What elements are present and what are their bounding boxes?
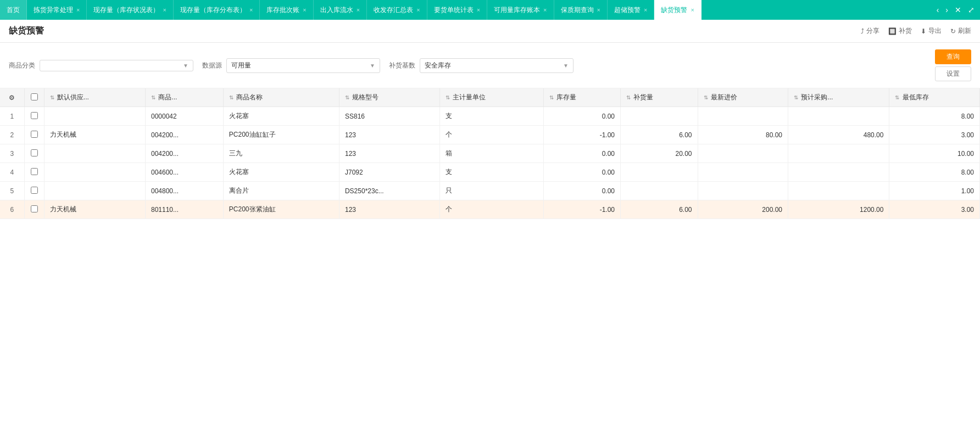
min-stock-cell: 10.00 (889, 144, 980, 163)
nav-tab-label: 现存量（库存分布表） (180, 5, 246, 15)
nav-next-button[interactable]: › (942, 5, 951, 14)
datasource-filter-group: 数据源 可用量 ▼ (202, 58, 380, 73)
nav-tab-close-btn[interactable]: × (543, 7, 547, 13)
nav-tab-label: 保质期查询 (561, 5, 594, 15)
replenish-base-chevron-icon: ▼ (563, 63, 569, 69)
replenish-button[interactable]: 🔲 补货 (888, 26, 912, 36)
est-purchase-cell (788, 107, 889, 126)
share-button[interactable]: ⤴ 分享 (861, 26, 879, 36)
row-checkbox[interactable] (31, 187, 38, 194)
stock-cell: -1.00 (543, 200, 620, 219)
nav-tab-6[interactable]: 收发存汇总表× (367, 0, 427, 20)
refresh-button[interactable]: ↻ 刷新 (950, 26, 971, 36)
export-button[interactable]: ⬇ 导出 (921, 26, 942, 36)
nav-tab-7[interactable]: 要货单统计表× (427, 0, 487, 20)
nav-tab-1[interactable]: 拣货异常处理× (27, 0, 87, 20)
row-number: 6 (10, 206, 14, 214)
replenish-base-select-value: 安全库存 (425, 61, 451, 70)
nav-tab-4[interactable]: 库存批次账× (260, 0, 313, 20)
nav-tab-close-btn[interactable]: × (477, 7, 480, 13)
table-row: 5 004800... 离合片 DS250*23c... 只 0.00 1.00 (0, 182, 980, 200)
checkbox-column-header[interactable] (24, 88, 44, 107)
nav-prev-button[interactable]: ‹ (933, 5, 943, 14)
nav-tab-close-btn[interactable]: × (357, 7, 360, 13)
row-checkbox[interactable] (31, 149, 38, 156)
nav-tab-0[interactable]: 首页 (0, 0, 27, 20)
row-checkbox-cell[interactable] (24, 200, 44, 219)
row-num-cell: 4 (0, 163, 24, 182)
category-filter-group: 商品分类 ▼ (9, 60, 193, 71)
datasource-select[interactable]: 可用量 ▼ (226, 58, 380, 73)
select-all-checkbox[interactable] (31, 93, 38, 100)
latest-price-cell (698, 182, 788, 200)
nav-tab-3[interactable]: 现存量（库存分布表）× (174, 0, 260, 20)
filter-row: 商品分类 ▼ 数据源 可用量 ▼ 补货基数 安全库存 ▼ 查询 设置 (0, 43, 980, 88)
nav-tab-close-btn[interactable]: × (416, 7, 420, 13)
nav-tab-5[interactable]: 出入库流水× (314, 0, 367, 20)
replenish-base-label: 补货基数 (389, 61, 415, 70)
row-checkbox[interactable] (31, 131, 38, 138)
nav-tab-label: 首页 (7, 5, 20, 15)
latest-price-column-header[interactable]: ⇅ 最新进价 (698, 88, 788, 107)
export-icon: ⬇ (921, 27, 926, 35)
sort-icon: ⇅ (895, 94, 899, 100)
min-stock-column-header[interactable]: ⇅ 最低库存 (889, 88, 980, 107)
category-select[interactable]: ▼ (40, 60, 193, 71)
row-checkbox[interactable] (31, 168, 38, 175)
sort-icon: ⇅ (50, 94, 54, 100)
min-stock-cell: 3.00 (889, 126, 980, 144)
sort-icon: ⇅ (151, 94, 155, 100)
spec-column-header[interactable]: ⇅ 规格型号 (339, 88, 439, 107)
row-checkbox[interactable] (31, 205, 38, 212)
name-cell: 火花塞 (223, 163, 339, 182)
gear-column-header[interactable]: ⚙ (0, 88, 24, 107)
nav-tab-close-btn[interactable]: × (644, 7, 647, 13)
nav-tab-11[interactable]: 缺货预警× (654, 0, 701, 20)
row-checkbox[interactable] (31, 112, 38, 119)
page-title: 缺货预警 (9, 25, 44, 37)
nav-tab-close-btn[interactable]: × (76, 7, 80, 13)
row-checkbox-cell[interactable] (24, 144, 44, 163)
nav-tab-9[interactable]: 保质期查询× (554, 0, 608, 20)
stock-column-header[interactable]: ⇅ 库存量 (543, 88, 620, 107)
nav-tab-close-btn[interactable]: × (303, 7, 306, 13)
nav-tab-8[interactable]: 可用量库存账本× (487, 0, 554, 20)
page-header: 缺货预警 ⤴ 分享 🔲 补货 ⬇ 导出 ↻ 刷新 (0, 20, 980, 43)
code-column-header[interactable]: ⇅ 商品... (145, 88, 223, 107)
replenish-base-select[interactable]: 安全库存 ▼ (420, 58, 573, 73)
supplier-cell (44, 182, 145, 200)
stock-cell: -1.00 (543, 126, 620, 144)
nav-tab-close-btn[interactable]: × (691, 7, 694, 13)
query-button[interactable]: 查询 (935, 49, 971, 64)
settings-button[interactable]: 设置 (935, 66, 971, 81)
table-row: 1 0000042 火花塞 SS816 支 0.00 8.00 (0, 107, 980, 126)
spec-cell: DS250*23c... (339, 182, 439, 200)
row-number: 5 (10, 187, 14, 195)
nav-expand-button[interactable]: ⤢ (965, 5, 978, 14)
nav-tab-10[interactable]: 超储预警× (608, 0, 654, 20)
row-num-cell: 3 (0, 144, 24, 163)
nav-close-button[interactable]: ✕ (951, 5, 965, 14)
row-checkbox-cell[interactable] (24, 107, 44, 126)
row-checkbox-cell[interactable] (24, 126, 44, 144)
unit-column-header[interactable]: ⇅ 主计量单位 (440, 88, 543, 107)
table-row: 3 004200... 三九 123 箱 0.00 20.00 10.00 (0, 144, 980, 163)
name-column-header[interactable]: ⇅ 商品名称 (223, 88, 339, 107)
nav-tab-close-btn[interactable]: × (597, 7, 600, 13)
refresh-icon: ↻ (950, 27, 956, 35)
replenish-cell (621, 182, 698, 200)
code-cell: 801110... (145, 200, 223, 219)
supplier-column-header[interactable]: ⇅ 默认供应... (44, 88, 145, 107)
row-num-cell: 5 (0, 182, 24, 200)
row-checkbox-cell[interactable] (24, 163, 44, 182)
nav-tab-2[interactable]: 现存量（库存状况表）× (87, 0, 173, 20)
row-number: 1 (10, 113, 14, 120)
replenish-column-header[interactable]: ⇅ 补货量 (621, 88, 698, 107)
row-checkbox-cell[interactable] (24, 182, 44, 200)
nav-tab-label: 超储预警 (614, 5, 641, 15)
latest-price-cell (698, 107, 788, 126)
code-cell: 004200... (145, 144, 223, 163)
nav-tab-close-btn[interactable]: × (249, 7, 253, 13)
nav-tab-close-btn[interactable]: × (163, 7, 166, 13)
est-purchase-column-header[interactable]: ⇅ 预计采购... (788, 88, 889, 107)
